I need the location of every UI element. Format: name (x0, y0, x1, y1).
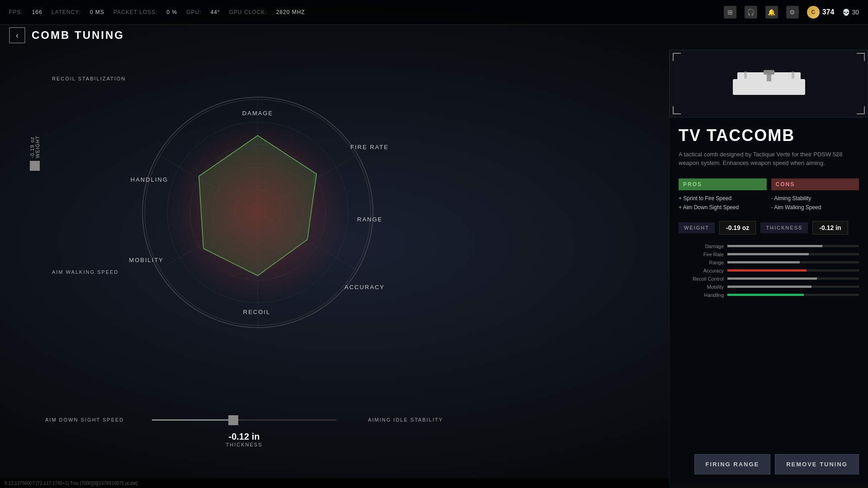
remove-tuning-button[interactable]: REMOVE TUNING (775, 454, 859, 474)
radar-label-recoil: RECOIL (243, 309, 270, 315)
radar-label-accuracy: ACCURACY (344, 284, 385, 291)
fps-value: 166 (32, 9, 42, 15)
attachment-name: TV TACCOMB (679, 127, 859, 145)
bottom-buttons: FIRING RANGE REMOVE TUNING (694, 454, 859, 474)
thickness-unit-label: THICKNESS (45, 442, 443, 447)
radar-label-damage: DAMAGE (242, 110, 273, 117)
cons-item-1: Aiming Stability (771, 194, 859, 203)
firing-range-button[interactable]: FIRING RANGE (694, 454, 771, 474)
back-button[interactable]: ‹ (9, 27, 25, 43)
stat-track-fire-rate (727, 253, 859, 255)
stat-bar-mobility: Mobility (679, 284, 859, 290)
thickness-value: -0.12 in (45, 432, 443, 442)
attachment-desc: A tactical comb designed by Tactique Ver… (679, 150, 859, 168)
pros-header: PROS (679, 178, 767, 190)
svg-rect-14 (764, 70, 774, 75)
stat-fill-damage (727, 245, 822, 247)
weight-slider[interactable]: -0.19 oz WEIGHT (29, 136, 40, 171)
bottom-sliders: AIM DOWN SIGHT SPEED AIMING IDLE STABILI… (45, 417, 443, 447)
system-stats: FPS: 166 LATENCY: 0 MS PACKET LOSS: 0 % … (9, 9, 305, 15)
aim-down-sight-thumb[interactable] (228, 415, 238, 425)
stat-bar-fire-rate: Fire Rate (679, 252, 859, 257)
gpu-label: GPU: (186, 9, 201, 15)
stat-fill-range (727, 261, 800, 263)
pros-cons-container: PROS Sprint to Fire Speed Aim Down Sight… (679, 178, 859, 212)
currency-display: C 374 (807, 6, 835, 19)
radar-label-range: RANGE (357, 216, 382, 223)
weight-value: -0.19 oz WEIGHT (29, 136, 40, 158)
bell-icon[interactable]: 🔔 (765, 6, 778, 19)
radar-glow (167, 122, 348, 303)
radar-chart: DAMAGE FIRE RATE RANGE ACCURACY RECOIL M… (36, 45, 443, 334)
page-title: COMB TUNING (32, 29, 124, 42)
stat-label-recoil: Recoil Control (679, 276, 724, 282)
gpu-clock-value: 2820 MHZ (276, 9, 305, 15)
radar-label-handling: HANDLING (131, 176, 168, 183)
stat-track-handling (727, 294, 859, 296)
cons-item-2: Aim Walking Speed (771, 203, 859, 212)
stat-track-damage (727, 245, 859, 247)
corner-bracket-tr (857, 53, 865, 61)
gpu-value: 44° (210, 9, 220, 15)
weight-thickness-row: WEIGHT -0.19 oz THICKNESS -0.12 in (679, 221, 859, 235)
pros-item-2: Aim Down Sight Speed (679, 203, 767, 212)
settings-icon[interactable]: ⚙ (786, 6, 799, 19)
headphones-icon[interactable]: 🎧 (745, 6, 757, 19)
debug-bar: 9.12.13750007 [72:117:1740+1] Tmc [7000]… (0, 478, 669, 488)
thickness-display: -0.12 in THICKNESS (45, 432, 443, 447)
pros-box: PROS Sprint to Fire Speed Aim Down Sight… (679, 178, 767, 212)
aiming-idle-label: AIMING IDLE STABILITY (344, 417, 443, 422)
aim-down-sight-label: AIM DOWN SIGHT SPEED (45, 417, 145, 422)
aim-down-sight-row: AIM DOWN SIGHT SPEED AIMING IDLE STABILI… (45, 417, 443, 422)
packet-loss-value: 0 % (166, 9, 177, 15)
skulls-display: 💀 30 (842, 9, 859, 16)
grid-icon[interactable]: ⊞ (724, 6, 736, 19)
stat-fill-accuracy (727, 269, 807, 272)
stat-bars: Damage Fire Rate Range Accuracy (679, 244, 859, 298)
stat-track-range (727, 261, 859, 263)
stat-fill-handling (727, 294, 804, 296)
top-bar: FPS: 166 LATENCY: 0 MS PACKET LOSS: 0 % … (0, 0, 868, 25)
stat-bar-range: Range (679, 260, 859, 265)
stat-bar-recoil: Recoil Control (679, 276, 859, 282)
currency-value: 374 (822, 8, 835, 16)
weight-val: -0.19 oz (719, 221, 756, 235)
stat-label-handling: Handling (679, 292, 724, 298)
fps-label: FPS: (9, 9, 23, 15)
cons-header: CONS (771, 178, 859, 190)
stat-label-mobility: Mobility (679, 284, 724, 290)
radar-chart-container: DAMAGE FIRE RATE RANGE ACCURACY RECOIL M… (36, 45, 443, 339)
thickness-val: -0.12 in (812, 221, 848, 235)
latency-label: LATENCY: (52, 9, 81, 15)
attachment-image-area (670, 50, 868, 117)
stat-label-damage: Damage (679, 244, 724, 249)
attachment-svg (728, 68, 810, 99)
skulls-value: 30 (852, 9, 859, 16)
latency-value: 0 MS (90, 9, 104, 15)
aim-down-sight-track[interactable] (152, 419, 336, 421)
stat-bar-damage: Damage (679, 244, 859, 249)
svg-rect-16 (744, 71, 747, 79)
weight-label: WEIGHT (679, 222, 715, 233)
svg-rect-15 (767, 75, 771, 81)
radar-label-fire-rate: FIRE RATE (350, 144, 389, 150)
top-bar-right: ⊞ 🎧 🔔 ⚙ C 374 💀 30 (724, 6, 859, 19)
stat-track-recoil (727, 277, 859, 280)
stat-label-accuracy: Accuracy (679, 268, 724, 273)
stat-bar-accuracy: Accuracy (679, 268, 859, 273)
pros-item-1: Sprint to Fire Speed (679, 194, 767, 203)
thickness-label: THICKNESS (760, 222, 808, 233)
currency-icon: C (807, 6, 820, 19)
weight-slider-thumb[interactable] (30, 161, 40, 171)
gpu-clock-label: GPU CLOCK: (229, 9, 267, 15)
corner-bracket-br (857, 106, 865, 114)
corner-bracket-bl (673, 106, 681, 114)
panel-content: TV TACCOMB A tactical comb designed by T… (670, 127, 868, 298)
stat-fill-mobility (727, 286, 811, 288)
stat-bar-handling: Handling (679, 292, 859, 298)
debug-text: 9.12.13750007 [72:117:1740+1] Tmc [7000]… (5, 481, 137, 486)
stat-fill-fire-rate (727, 253, 809, 255)
page-header: ‹ COMB TUNING (9, 27, 124, 43)
stat-track-accuracy (727, 269, 859, 272)
packet-loss-label: PACKET LOSS: (113, 9, 158, 15)
